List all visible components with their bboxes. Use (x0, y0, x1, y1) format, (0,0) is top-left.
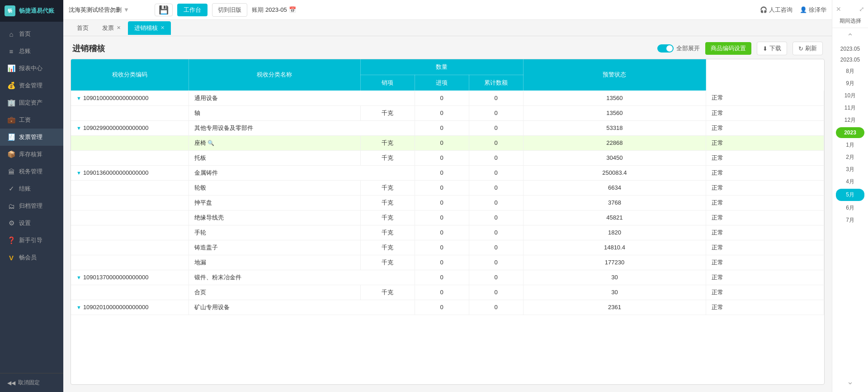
sidebar-item-fund-mgmt[interactable]: 💰 资金管理 (0, 77, 63, 94)
period-item[interactable]: 10月 (832, 90, 868, 102)
row-purchase: 0 (469, 255, 523, 270)
row-name: 地漏 (189, 255, 360, 270)
row-code: ▼10901360000000000000 (71, 165, 189, 180)
sidebar-item-general-ledger[interactable]: ≡ 总账 (0, 43, 63, 60)
user-profile[interactable]: 👤 徐泽华 (800, 6, 826, 14)
tab-reconcile-label: 进销稽核 (134, 24, 158, 32)
sidebar-footer-unpin[interactable]: ◀◀ 取消固定 (0, 373, 63, 392)
close-panel-button[interactable]: ✕ (836, 5, 841, 13)
expand-icon[interactable]: ▼ (76, 275, 81, 280)
tabs-bar: 首页 发票 ✕ 进销稽核 ✕ (63, 20, 832, 36)
user-icon: 👤 (800, 6, 807, 13)
assets-icon: 🏢 (7, 99, 15, 107)
row-name: 轮毂 (189, 180, 360, 195)
tab-reconcile[interactable]: 进销稽核 ✕ (128, 21, 171, 35)
switch-old-button[interactable]: 切到旧版 (212, 3, 247, 17)
period-value: 2023-05 (265, 6, 287, 13)
sidebar-item-invoice-mgmt[interactable]: 🧾 发票管理 (0, 129, 63, 146)
expand-icon[interactable]: ▼ (76, 305, 81, 310)
sidebar-item-tax-mgmt[interactable]: 🏛 税务管理 (0, 163, 63, 180)
company-selector[interactable]: 沈海英测试经营勿删 ▼ (69, 6, 150, 14)
tab-invoice-label: 发票 (102, 24, 114, 32)
save-button[interactable]: 💾 (155, 4, 173, 16)
sidebar-item-settings[interactable]: ⚙ 设置 (0, 215, 63, 232)
sidebar-item-membership[interactable]: V 畅会员 (0, 249, 63, 266)
sidebar-item-label: 首页 (19, 30, 31, 38)
period-item[interactable]: 2023 (836, 127, 864, 138)
tab-reconcile-close[interactable]: ✕ (160, 25, 165, 31)
expand-all-label: 全部展开 (676, 44, 700, 53)
row-purchase: 0 (469, 91, 523, 105)
workbench-button[interactable]: 工作台 (177, 4, 208, 16)
expand-panel-button[interactable]: ⤢ (859, 5, 864, 13)
table-row: ▼10901000000000000000 通用设备 0 0 13560 正常 (71, 91, 824, 105)
period-item[interactable]: 6月 (832, 202, 868, 214)
table-row: 手轮 千克 0 0 1820 正常 (71, 225, 824, 240)
row-purchase: 0 (469, 300, 523, 315)
row-purchase: 0 (469, 195, 523, 210)
refresh-button[interactable]: ↻ 刷新 (793, 42, 823, 55)
period-item[interactable]: 7月 (832, 214, 868, 226)
period-item[interactable]: 3月 (832, 163, 868, 176)
period-item[interactable]: 2023.05 (832, 54, 868, 65)
period-item[interactable]: 5月 (836, 189, 864, 201)
row-status: 正常 (706, 135, 824, 150)
invoice-icon: 🧾 (7, 133, 15, 141)
row-name: 抻平盘 (189, 195, 360, 210)
row-total: 1820 (523, 225, 706, 240)
period-item[interactable]: 12月 (832, 114, 868, 126)
row-unit: 千克 (360, 225, 415, 240)
table-row: ▼10901370000000000000 锻件、粉末冶金件 0 0 30 正常 (71, 270, 824, 285)
expand-icon[interactable]: ▼ (76, 170, 81, 176)
panel-scroll-down[interactable]: ⌄ (845, 375, 855, 388)
calendar-icon[interactable]: 📅 (289, 6, 296, 13)
expand-all-toggle[interactable]: 全部展开 (657, 44, 700, 53)
row-purchase: 0 (469, 165, 523, 180)
row-sales: 0 (415, 225, 469, 240)
row-code (71, 210, 189, 225)
sidebar-item-home[interactable]: ⌂ 首页 (0, 25, 63, 43)
row-name: 手轮 (189, 225, 360, 240)
tab-invoice-close[interactable]: ✕ (117, 25, 121, 31)
row-code (71, 255, 189, 270)
period-item[interactable]: 2023.05 (832, 43, 868, 54)
period-item[interactable]: 11月 (832, 102, 868, 114)
row-status: 正常 (706, 91, 824, 105)
row-total: 30 (523, 270, 706, 285)
tab-invoice[interactable]: 发票 ✕ (96, 21, 127, 35)
product-code-settings-button[interactable]: 商品编码设置 (705, 42, 751, 55)
archive-icon: 🗂 (7, 202, 15, 210)
search-icon[interactable]: 🔍 (208, 140, 214, 146)
sidebar-item-report-center[interactable]: 📊 报表中心 (0, 60, 63, 77)
period-item[interactable]: 2月 (832, 151, 868, 163)
toggle-track[interactable] (657, 44, 674, 53)
period-item[interactable]: 1月 (832, 139, 868, 151)
table-row: 座椅 🔍 千克 0 0 22868 正常 (71, 135, 824, 150)
sidebar: 畅 畅捷通易代账 ⌂ 首页 ≡ 总账 📊 报表中心 💰 资金管理 🏢 固定资产 … (0, 0, 63, 392)
tab-home-label: 首页 (77, 24, 89, 32)
download-button[interactable]: ⬇ 下载 (757, 42, 787, 55)
period-item[interactable]: 4月 (832, 176, 868, 188)
expand-icon[interactable]: ▼ (76, 125, 81, 131)
period-item[interactable]: 8月 (832, 65, 868, 77)
sidebar-item-archive[interactable]: 🗂 归档管理 (0, 197, 63, 215)
expand-icon[interactable]: ▼ (76, 96, 81, 101)
sidebar-item-settlement[interactable]: ✓ 结账 (0, 180, 63, 197)
inventory-icon: 📦 (7, 150, 15, 158)
row-sales: 0 (415, 255, 469, 270)
right-panel-title: 期间选择 (832, 14, 868, 28)
tab-home[interactable]: 首页 (71, 21, 95, 35)
report-icon: 📊 (7, 64, 15, 72)
panel-scroll-up[interactable]: ⌃ (845, 30, 855, 43)
th-name: 税收分类名称 (189, 59, 360, 91)
sidebar-item-fixed-assets[interactable]: 🏢 固定资产 (0, 94, 63, 111)
row-unit: 千克 (360, 135, 415, 150)
service-btn[interactable]: 🎧 人工咨询 (760, 6, 793, 14)
sidebar-item-inventory[interactable]: 📦 库存核算 (0, 146, 63, 163)
sidebar-item-guide[interactable]: ❓ 新手引导 (0, 232, 63, 249)
salary-icon: 💼 (7, 116, 15, 124)
sidebar-item-label: 总账 (19, 47, 31, 55)
period-item[interactable]: 9月 (832, 77, 868, 90)
sidebar-item-salary[interactable]: 💼 工资 (0, 111, 63, 129)
sidebar-item-label: 设置 (19, 219, 31, 227)
